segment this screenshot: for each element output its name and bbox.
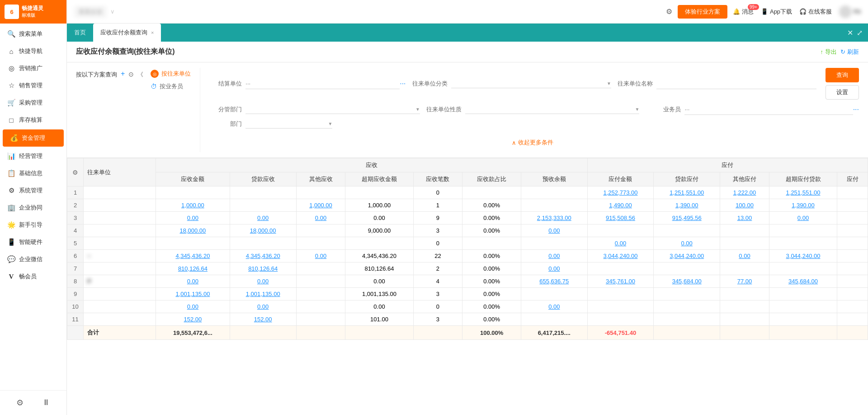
filter-collapse-icon[interactable]: 《 xyxy=(137,68,143,79)
cta-button[interactable]: 体验行业方案 xyxy=(678,5,727,19)
pay-amt-header: 应付金额 xyxy=(587,172,654,186)
scheme-by-partner[interactable]: ◎ 按往来单位 xyxy=(147,68,194,80)
export-button[interactable]: ↑ 导出 xyxy=(821,48,837,56)
table-row: 11152.00152.00101.0030.00% xyxy=(67,313,868,326)
filter-subdept-select[interactable]: ▼ xyxy=(245,119,332,129)
filter-dept-label: 分管部门 xyxy=(206,105,242,114)
filter-fields: 结算单位 ··· 往来单位分类 ▼ 往来单位名称 xyxy=(206,68,859,152)
filter-salesperson-input[interactable] xyxy=(684,104,853,115)
sidebar-item-label: 销售管理 xyxy=(19,81,42,90)
filter-dept-select[interactable]: ▼ xyxy=(245,105,420,114)
sidebar-item-guide[interactable]: 🌟 新手引导 xyxy=(0,216,66,234)
table-row: 418,000.0018,000.009,000.0030.00%0.00 xyxy=(67,224,868,237)
filter-jiesuan-label: 结算单位 xyxy=(206,80,242,88)
scheme-salesperson-label: 按业务员 xyxy=(160,82,183,91)
expand-window-button[interactable]: ⤢ xyxy=(857,29,863,37)
sidebar-item-sales[interactable]: ☆ 销售管理 xyxy=(0,77,66,94)
sidebar-item-operations[interactable]: 📊 经营管理 xyxy=(0,148,66,165)
total-recv-amt: 19,553,472,6... xyxy=(156,326,230,340)
prepay-bal-header: 预收余额 xyxy=(521,172,587,186)
filter-jiesuan: 结算单位 ··· xyxy=(206,78,406,89)
brand-name: 畅捷通灵 xyxy=(22,5,43,12)
logo-icon: 6 xyxy=(5,5,19,19)
sidebar-bottom-collapse[interactable]: ⏸ xyxy=(42,398,50,408)
quick-nav-icon: ⌂ xyxy=(7,48,15,55)
online-service-button[interactable]: 🎧 在线客服 xyxy=(799,8,832,16)
sidebar-item-basic-info[interactable]: 📋 基础信息 xyxy=(0,165,66,182)
settings-button[interactable]: 设置 xyxy=(826,85,859,100)
filter-area: 按以下方案查询 + ⊙ 《 ◎ 按往来单位 ⏱ 按业务员 xyxy=(67,62,868,158)
table-settings-icon[interactable]: ⚙ xyxy=(72,169,78,176)
recv-amt-header: 应收金额 xyxy=(156,172,230,186)
sidebar-item-system[interactable]: ⚙ 系统管理 xyxy=(0,182,66,199)
filter-partner-nature-select[interactable]: ▼ xyxy=(465,105,640,114)
refresh-button[interactable]: ↻ 刷新 xyxy=(840,48,859,56)
table-row: 101,252,773.001,251,551.001,222.001,251,… xyxy=(67,186,868,199)
filter-add-icon[interactable]: + xyxy=(121,68,125,78)
total-pay-other xyxy=(720,326,769,340)
user-profile[interactable]: Rit xyxy=(839,5,861,18)
filter-partner-nature: 往来单位性质 ▼ xyxy=(425,105,640,114)
filter-more-label: 收起更多条件 xyxy=(518,138,553,147)
filter-jiesuan-input[interactable] xyxy=(245,78,400,89)
tab-ar-ap[interactable]: 应收应付余额查询 × xyxy=(93,24,161,42)
finance-icon: 💰 xyxy=(10,134,18,142)
chevron-down-icon: ▼ xyxy=(607,81,611,86)
sidebar-item-label: 资金管理 xyxy=(22,134,45,142)
scheme-partner-icon: ◎ xyxy=(151,70,159,78)
total-recv-count xyxy=(413,326,462,340)
recv-other-header: 其他应收 xyxy=(296,172,345,186)
scheme-partner-label: 按往来单位 xyxy=(161,70,191,78)
sidebar-item-member[interactable]: V 畅会员 xyxy=(0,268,66,285)
tab-home[interactable]: 首页 xyxy=(67,24,93,42)
scheme-salesperson-icon: ⏱ xyxy=(151,83,157,90)
total-label: 合计 xyxy=(84,326,156,340)
scheme-by-salesperson[interactable]: ⏱ 按业务员 xyxy=(147,81,194,92)
avatar xyxy=(839,5,852,18)
total-pay-tail xyxy=(837,326,868,340)
sidebar-item-label: 智能硬件 xyxy=(19,238,42,246)
app-download-button[interactable]: 📱 App下载 xyxy=(761,8,792,16)
sidebar-bottom-settings[interactable]: ⚙ xyxy=(16,398,24,408)
chevron-down-icon: ▼ xyxy=(415,107,420,112)
filter-scheme-settings-icon[interactable]: ⊙ xyxy=(128,68,134,78)
notification-button[interactable]: 🔔 消息 99+ xyxy=(733,8,754,16)
sidebar-item-label: 基础信息 xyxy=(19,169,42,177)
top-header: 某某企业 ∨ ⚙ 体验行业方案 🔔 消息 99+ 📱 App下载 🎧 在线客服 … xyxy=(67,0,868,24)
sidebar-item-search-menu[interactable]: 🔍 搜索菜单 xyxy=(0,25,66,43)
sidebar-item-quick-nav[interactable]: ⌂ 快捷导航 xyxy=(0,43,66,60)
tab-ar-ap-label: 应收应付余额查询 xyxy=(100,29,147,37)
table-settings-header[interactable]: ⚙ xyxy=(67,158,84,186)
sidebar-item-wechat[interactable]: 💬 企业微信 xyxy=(0,251,66,268)
filter-partner-cat-select[interactable]: ▼ xyxy=(451,79,611,88)
sidebar-item-purchase[interactable]: 🛒 采购管理 xyxy=(0,94,66,111)
table-row: 91,001,135.001,001,135.001,001,135.0030.… xyxy=(67,288,868,301)
sidebar-item-label: 畅会员 xyxy=(19,272,37,281)
tab-actions: ✕ ⤢ xyxy=(842,29,868,37)
sidebar-item-corp[interactable]: 🏢 企业协同 xyxy=(0,199,66,216)
sidebar: 6 畅捷通灵 标准版 🔍 搜索菜单 ⌂ 快捷导航 ◎ 营销推广 ☆ 销售管理 🛒… xyxy=(0,0,67,415)
header-gear-icon[interactable]: ⚙ xyxy=(666,7,672,16)
table-row: 100.000.000.0000.00%0.00 xyxy=(67,301,868,313)
filter-partner-cat-label: 往来单位分类 xyxy=(411,80,448,88)
page-actions: ↑ 导出 ↻ 刷新 xyxy=(821,48,859,56)
filter-partner-name: 往来单位名称 xyxy=(617,78,816,89)
total-pay-amt: -654,751.40 xyxy=(587,326,654,340)
sidebar-item-label: 库存核算 xyxy=(19,116,42,124)
tab-close-icon[interactable]: × xyxy=(151,30,154,35)
query-button[interactable]: 查询 xyxy=(826,68,859,82)
filter-more-button[interactable]: ∧ 收起更多条件 xyxy=(503,135,562,150)
recv-loan-header: 贷款应收 xyxy=(230,172,296,186)
filter-partner-name-input[interactable] xyxy=(656,78,816,89)
sidebar-item-finance[interactable]: 💰 资金管理 xyxy=(3,129,64,147)
sidebar-item-marketing[interactable]: ◎ 营销推广 xyxy=(0,60,66,77)
recv-count-header: 应收笔数 xyxy=(413,172,462,186)
payable-group-header: 应付 xyxy=(587,158,868,172)
online-service-label: 在线客服 xyxy=(808,8,832,16)
total-pay-loan xyxy=(654,326,720,340)
export-icon: ↑ xyxy=(821,48,824,55)
sidebar-item-hardware[interactable]: 📱 智能硬件 xyxy=(0,234,66,251)
sidebar-item-inventory[interactable]: □ 库存核算 xyxy=(0,111,66,129)
close-window-button[interactable]: ✕ xyxy=(847,29,853,37)
company-name: 某某企业 xyxy=(74,6,107,18)
